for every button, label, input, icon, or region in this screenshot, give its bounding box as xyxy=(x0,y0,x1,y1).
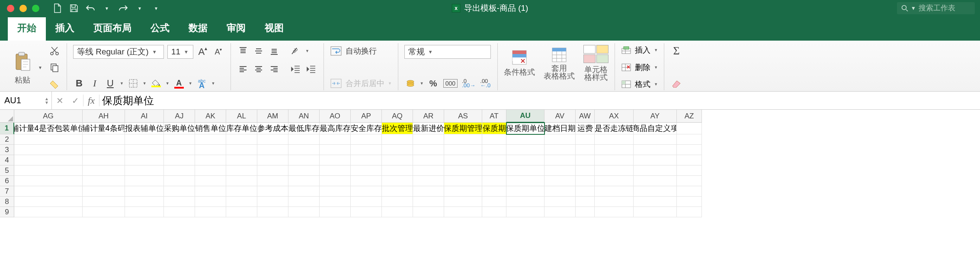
cell-AW6[interactable] xyxy=(576,176,595,186)
increase-decimal-icon[interactable]: .0.00→ xyxy=(461,77,476,89)
tab-insert[interactable]: 插入 xyxy=(46,17,84,41)
cell-AW2[interactable] xyxy=(576,134,595,145)
cell-AN1[interactable]: 最低库存 xyxy=(288,123,320,134)
font-size-combo[interactable]: 11▼ xyxy=(167,45,193,59)
merge-dropdown-icon[interactable]: ▼ xyxy=(388,81,392,86)
cell-AG7[interactable] xyxy=(14,186,83,197)
cell-AI3[interactable] xyxy=(125,145,164,155)
column-header-AL[interactable]: AL xyxy=(226,110,257,123)
cell-AN5[interactable] xyxy=(288,165,320,176)
cell-AM6[interactable] xyxy=(257,176,288,186)
name-box[interactable]: AU1 ▲▼ xyxy=(0,92,52,109)
cell-AN7[interactable] xyxy=(288,186,320,197)
decrease-font-icon[interactable]: A▾ xyxy=(212,46,224,58)
cell-AX3[interactable] xyxy=(595,145,634,155)
cell-AV9[interactable] xyxy=(544,207,576,217)
cell-AR7[interactable] xyxy=(413,186,444,197)
cell-AX9[interactable] xyxy=(595,207,634,217)
cell-AL8[interactable] xyxy=(226,197,257,207)
cell-AS6[interactable] xyxy=(444,176,482,186)
cell-AM9[interactable] xyxy=(257,207,288,217)
cell-AY3[interactable] xyxy=(634,145,677,155)
cell-AJ7[interactable] xyxy=(164,186,195,197)
cell-AR9[interactable] xyxy=(413,207,444,217)
column-header-AQ[interactable]: AQ xyxy=(382,110,413,123)
cell-AW8[interactable] xyxy=(576,197,595,207)
cells-area[interactable]: 辅计量4是否包装单位辅计量4条码报表辅单位采购单位销售单位库存单位参考成本最低库… xyxy=(14,123,702,217)
cell-AP1[interactable]: 安全库存 xyxy=(351,123,382,134)
cell-AH6[interactable] xyxy=(83,176,125,186)
cell-AO1[interactable]: 最高库存 xyxy=(320,123,351,134)
cell-AM8[interactable] xyxy=(257,197,288,207)
cell-AT5[interactable] xyxy=(482,165,506,176)
cell-AG4[interactable] xyxy=(14,155,83,165)
cell-AU9[interactable] xyxy=(506,207,544,217)
underline-button[interactable]: U xyxy=(104,77,116,89)
save-icon[interactable] xyxy=(69,3,79,13)
cell-AT3[interactable] xyxy=(482,145,506,155)
cell-AI8[interactable] xyxy=(125,197,164,207)
cell-AT2[interactable] xyxy=(482,134,506,145)
cell-AY8[interactable] xyxy=(634,197,677,207)
column-header-AK[interactable]: AK xyxy=(195,110,226,123)
cell-AS7[interactable] xyxy=(444,186,482,197)
cell-AZ8[interactable] xyxy=(677,197,702,207)
cell-AL4[interactable] xyxy=(226,155,257,165)
conditional-formatting-button[interactable]: 条件格式 xyxy=(504,49,535,77)
cell-AP2[interactable] xyxy=(351,134,382,145)
cell-AU4[interactable] xyxy=(506,155,544,165)
cell-AJ5[interactable] xyxy=(164,165,195,176)
font-name-combo[interactable]: 等线 Regular (正文)▼ xyxy=(73,45,164,59)
align-middle-icon[interactable] xyxy=(253,45,265,57)
cell-AZ9[interactable] xyxy=(677,207,702,217)
merge-center-icon[interactable] xyxy=(330,77,342,89)
cell-AN9[interactable] xyxy=(288,207,320,217)
row-header-5[interactable]: 5 xyxy=(0,165,14,176)
cell-AO5[interactable] xyxy=(320,165,351,176)
cell-AL1[interactable]: 库存单位 xyxy=(226,123,257,134)
column-header-AO[interactable]: AO xyxy=(320,110,351,123)
cell-AR8[interactable] xyxy=(413,197,444,207)
formula-input[interactable] xyxy=(99,92,980,109)
cell-AJ2[interactable] xyxy=(164,134,195,145)
cell-AX2[interactable] xyxy=(595,134,634,145)
cell-AH2[interactable] xyxy=(83,134,125,145)
cell-styles-button[interactable]: 单元格 格样式 xyxy=(583,45,608,81)
column-header-AS[interactable]: AS xyxy=(444,110,482,123)
cell-AN4[interactable] xyxy=(288,155,320,165)
borders-dropdown-icon[interactable]: ▼ xyxy=(143,81,147,86)
cell-AT4[interactable] xyxy=(482,155,506,165)
copy-icon[interactable] xyxy=(48,61,61,73)
cell-AW3[interactable] xyxy=(576,145,595,155)
cell-AS1[interactable]: 保质期管理 xyxy=(444,123,482,134)
cell-AZ5[interactable] xyxy=(677,165,702,176)
cell-AV4[interactable] xyxy=(544,155,576,165)
cell-AX7[interactable] xyxy=(595,186,634,197)
cell-AG5[interactable] xyxy=(14,165,83,176)
cell-AY1[interactable]: 商品自定义项 xyxy=(634,123,677,134)
cell-AZ3[interactable] xyxy=(677,145,702,155)
clear-icon[interactable] xyxy=(670,77,682,89)
cell-AV7[interactable] xyxy=(544,186,576,197)
cell-AS2[interactable] xyxy=(444,134,482,145)
cell-AX5[interactable] xyxy=(595,165,634,176)
cell-AK5[interactable] xyxy=(195,165,226,176)
cell-AP8[interactable] xyxy=(351,197,382,207)
cell-AQ4[interactable] xyxy=(382,155,413,165)
column-header-AV[interactable]: AV xyxy=(544,110,576,123)
cell-AK3[interactable] xyxy=(195,145,226,155)
cell-AQ7[interactable] xyxy=(382,186,413,197)
column-header-AY[interactable]: AY xyxy=(634,110,677,123)
tab-data[interactable]: 数据 xyxy=(179,17,217,41)
cell-AX6[interactable] xyxy=(595,176,634,186)
cell-AO7[interactable] xyxy=(320,186,351,197)
phonetic-dropdown-icon[interactable]: ▼ xyxy=(211,81,215,86)
row-header-8[interactable]: 8 xyxy=(0,197,14,207)
align-center-icon[interactable] xyxy=(253,63,265,75)
align-right-icon[interactable] xyxy=(268,63,280,75)
cell-AV5[interactable] xyxy=(544,165,576,176)
column-header-AN[interactable]: AN xyxy=(288,110,320,123)
cell-AR6[interactable] xyxy=(413,176,444,186)
cell-AH7[interactable] xyxy=(83,186,125,197)
increase-font-icon[interactable]: A▴ xyxy=(197,46,209,58)
